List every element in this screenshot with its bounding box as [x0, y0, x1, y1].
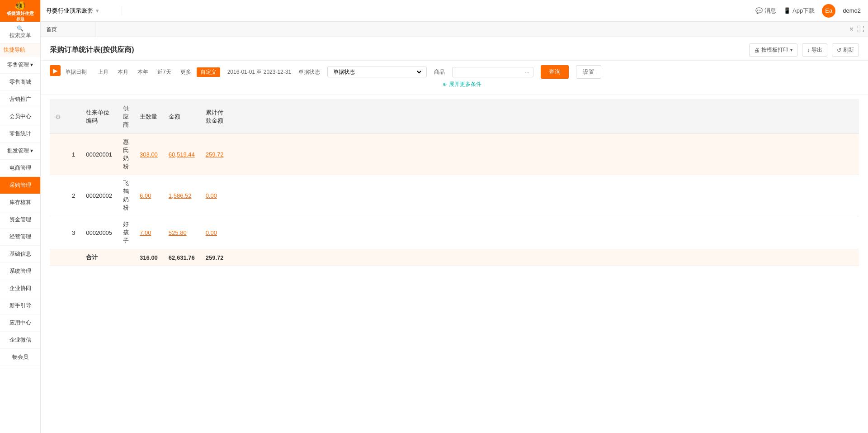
more-icon[interactable]: ··· — [524, 69, 529, 76]
sidebar-item-14[interactable]: 新手引导 — [0, 297, 40, 314]
amount-link-0[interactable]: 60,519.44 — [169, 151, 195, 158]
product-filter-label: 商品 — [434, 68, 445, 76]
cell-extra-1 — [229, 175, 859, 216]
table-row[interactable]: 3 00020005 好孩子 7.00 525.80 0.00 — [50, 216, 859, 249]
expand-filter-button[interactable]: ▶ — [50, 65, 61, 76]
main-content: 采购订单统计表(按供应商) 🖨 按模板打印 ▾ ↓ 导出 ↺ 刷新 ▶ — [41, 37, 868, 433]
refresh-icon: ↺ — [837, 47, 841, 53]
user-name: demo2 — [843, 7, 861, 14]
cell-index-1: 2 — [66, 175, 80, 216]
sidebar-item-2[interactable]: 营销推广 — [0, 91, 40, 108]
footer-index-cell — [66, 249, 80, 266]
tab-item-0[interactable]: 首页 — [41, 22, 95, 37]
sidebar-item-9[interactable]: 资金管理 — [0, 211, 40, 228]
close-all-icon[interactable]: × — [849, 25, 854, 33]
topbar-right: 💬 消息 📱 App下载 Ea demo2 — [755, 4, 868, 18]
quantity-link-1[interactable]: 6.00 — [140, 192, 151, 199]
tabs-container: 首页收发存汇总表×要货单统计表×可用量库存账本×保质期查询×超储预警×功能说明×… — [41, 22, 95, 37]
sidebar-item-13[interactable]: 企业协同 — [0, 280, 40, 297]
refresh-button[interactable]: ↺ 刷新 — [832, 43, 859, 57]
query-button[interactable]: 查询 — [541, 65, 569, 79]
col-supplier: 供应商 — [118, 100, 134, 134]
topbar-store[interactable]: 母婴行业演示账套 ▾ — [41, 7, 122, 15]
footer-label-cell: 合计 — [80, 249, 118, 266]
status-filter-label: 单据状态 — [298, 68, 320, 76]
refresh-label: 刷新 — [843, 46, 854, 54]
paid-link-2[interactable]: 0.00 — [206, 229, 217, 236]
date-shortcuts: 上月 本月 本年 近7天 更多 自定义 — [94, 67, 220, 77]
quantity-link-0[interactable]: 303.00 — [140, 151, 158, 158]
table-row[interactable]: 1 00020001 惠氏奶粉 303.00 60,519.44 259.72 — [50, 134, 859, 175]
sidebar-item-11[interactable]: 基础信息 — [0, 246, 40, 263]
paid-link-0[interactable]: 259.72 — [206, 151, 224, 158]
sidebar-logo[interactable]: 🐠 畅捷通好生意 标题 — [0, 0, 40, 22]
sidebar-item-5[interactable]: 批发管理 ▾ — [0, 143, 40, 160]
paid-link-1[interactable]: 0.00 — [206, 192, 217, 199]
page-header: 采购订单统计表(按供应商) 🖨 按模板打印 ▾ ↓ 导出 ↺ 刷新 — [41, 37, 868, 61]
cell-index-0: 1 — [66, 134, 80, 175]
sidebar-item-1[interactable]: 零售商城 — [0, 74, 40, 91]
sidebar-item-17[interactable]: 畅会员 — [0, 349, 40, 366]
tag-last-month[interactable]: 上月 — [94, 67, 112, 77]
table-body: 1 00020001 惠氏奶粉 303.00 60,519.44 259.72 … — [50, 134, 859, 249]
tag-7days[interactable]: 近7天 — [154, 67, 175, 77]
sidebar-item-15[interactable]: 应用中心 — [0, 314, 40, 332]
gear-icon[interactable]: ⚙ — [55, 113, 61, 120]
cell-index-2: 3 — [66, 216, 80, 249]
cell-settings-1 — [50, 175, 66, 216]
export-button[interactable]: ↓ 导出 — [802, 43, 827, 57]
cell-extra-2 — [229, 216, 859, 249]
settings-button[interactable]: 设置 — [576, 65, 601, 79]
sidebar-item-16[interactable]: 企业微信 — [0, 332, 40, 349]
sidebar-quicknav[interactable]: 快捷导航 — [0, 43, 40, 57]
quantity-link-2[interactable]: 7.00 — [140, 229, 151, 236]
product-filter-input[interactable]: ··· — [452, 67, 533, 77]
app-download-btn[interactable]: 📱 App下载 — [783, 7, 815, 15]
footer-extra-cell — [229, 249, 859, 266]
tag-custom[interactable]: 自定义 — [197, 67, 220, 77]
sidebar-item-7[interactable]: 采购管理 — [0, 177, 40, 194]
status-select[interactable]: 单据状态 — [331, 68, 423, 76]
table-row[interactable]: 2 00020002 飞鹤奶粉 6.00 1,586.52 0.00 — [50, 175, 859, 216]
maximize-icon[interactable]: ⛶ — [857, 25, 864, 33]
logo-icon: 🐠 — [14, 0, 26, 11]
footer-supplier-cell — [118, 249, 134, 266]
col-extra — [229, 100, 859, 134]
sidebar-item-8[interactable]: 库存核算 — [0, 194, 40, 211]
col-amount: 金额 — [163, 100, 200, 134]
cell-code-2: 00020005 — [80, 216, 118, 249]
cell-code-0: 00020001 — [80, 134, 118, 175]
sidebar: 🐠 畅捷通好生意 标题 🔍 搜索菜单 快捷导航 零售管理 ▾零售商城营销推广会员… — [0, 0, 41, 433]
footer-quantity-cell: 316.00 — [134, 249, 163, 266]
sidebar-item-12[interactable]: 系统管理 — [0, 263, 40, 280]
nav-label: 快捷导航 — [4, 46, 25, 54]
sidebar-item-10[interactable]: 经营管理 — [0, 228, 40, 246]
message-btn[interactable]: 💬 消息 — [755, 7, 776, 15]
tabs-bar: 首页收发存汇总表×要货单统计表×可用量库存账本×保质期查询×超储预警×功能说明×… — [41, 22, 868, 37]
expand-more-btn[interactable]: ⊕ 展开更多条件 — [441, 79, 483, 90]
sidebar-item-3[interactable]: 会员中心 — [0, 108, 40, 125]
tag-this-year[interactable]: 本年 — [134, 67, 152, 77]
tag-this-month[interactable]: 本月 — [114, 67, 132, 77]
message-label: 消息 — [764, 7, 776, 15]
sidebar-item-6[interactable]: 电商管理 — [0, 160, 40, 177]
amount-link-2[interactable]: 525.80 — [169, 229, 187, 236]
app-download-label: App下载 — [793, 7, 815, 15]
product-input[interactable] — [456, 69, 524, 75]
cell-amount-1: 1,586.52 — [163, 175, 200, 216]
print-button[interactable]: 🖨 按模板打印 ▾ — [749, 43, 797, 57]
page-title: 采购订单统计表(按供应商) — [50, 45, 134, 55]
cell-extra-0 — [229, 134, 859, 175]
topbar: 母婴行业演示账套 ▾ 💬 消息 📱 App下载 Ea demo2 — [41, 0, 868, 22]
amount-link-1[interactable]: 1,586.52 — [169, 192, 192, 199]
col-index — [66, 100, 80, 134]
cell-settings-0 — [50, 134, 66, 175]
print-label: 按模板打印 — [761, 46, 788, 54]
filter-expand-row: ⊕ 展开更多条件 — [65, 79, 859, 90]
sidebar-search[interactable]: 🔍 搜索菜单 — [0, 22, 40, 43]
status-filter-input[interactable]: 单据状态 — [327, 67, 427, 77]
sidebar-item-0[interactable]: 零售管理 ▾ — [0, 57, 40, 74]
sidebar-item-4[interactable]: 零售统计 — [0, 125, 40, 143]
user-avatar[interactable]: Ea — [822, 4, 835, 18]
tag-more-dates[interactable]: 更多 — [177, 67, 195, 77]
